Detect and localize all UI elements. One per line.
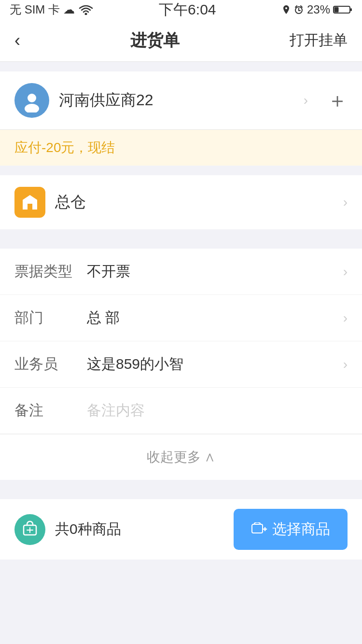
salesperson-value: 这是859的小智	[82, 354, 343, 374]
remark-label: 备注	[14, 401, 82, 420]
mid-divider-1	[0, 166, 362, 175]
page-title: 进货单	[130, 29, 180, 52]
salesperson-chevron-icon: ›	[343, 357, 348, 372]
battery-text: 23%	[307, 3, 330, 16]
svg-point-10	[28, 94, 36, 102]
invoice-type-value: 不开票	[82, 262, 343, 281]
mid-divider-2	[0, 229, 362, 239]
select-product-label: 选择商品	[272, 519, 330, 539]
no-sim-text: 无 SIM 卡 ☁	[10, 2, 75, 17]
select-product-button[interactable]: 选择商品	[234, 509, 348, 550]
supplier-chevron-icon: ›	[304, 93, 308, 108]
battery-icon	[333, 5, 352, 14]
salesperson-label: 业务员	[14, 354, 82, 374]
invoice-type-row[interactable]: 票据类型 不开票 ›	[0, 249, 362, 295]
invoice-type-label: 票据类型	[14, 262, 82, 281]
notice-banner: 应付-20元，现结	[0, 130, 362, 166]
supplier-avatar	[14, 83, 49, 118]
svg-point-0	[84, 13, 87, 15]
alarm-icon	[293, 4, 304, 15]
invoice-type-chevron-icon: ›	[343, 264, 348, 280]
back-button[interactable]: ‹	[14, 30, 20, 51]
department-value: 总 部	[82, 308, 343, 328]
svg-rect-15	[252, 524, 263, 533]
salesperson-row[interactable]: 业务员 这是859的小智 ›	[0, 341, 362, 388]
warehouse-row[interactable]: 总仓 ›	[0, 175, 362, 229]
product-count-text: 共0种商品	[55, 519, 234, 539]
remark-row[interactable]: 备注 备注内容	[0, 388, 362, 434]
supplier-name: 河南供应商22	[59, 90, 304, 111]
supplier-row[interactable]: 河南供应商22 › ＋	[0, 71, 362, 130]
status-bar: 无 SIM 卡 ☁ 下午6:04	[0, 0, 362, 19]
department-label: 部门	[14, 308, 82, 328]
product-count-icon	[14, 514, 45, 545]
location-icon	[282, 4, 291, 15]
department-chevron-icon: ›	[343, 310, 348, 326]
collapse-button[interactable]: 收起更多 ∧	[0, 434, 362, 480]
status-left: 无 SIM 卡 ☁	[10, 2, 93, 17]
bottom-content-area	[0, 560, 362, 644]
svg-rect-8	[334, 7, 338, 13]
wifi-icon	[79, 4, 93, 15]
open-pending-button[interactable]: 打开挂单	[290, 30, 348, 50]
top-divider	[0, 62, 362, 71]
department-row[interactable]: 部门 总 部 ›	[0, 295, 362, 341]
warehouse-name: 总仓	[55, 192, 343, 213]
svg-rect-7	[350, 8, 352, 11]
form-section: 票据类型 不开票 › 部门 总 部 › 业务员 这是859的小智 › 备注 备注…	[0, 249, 362, 480]
remark-input[interactable]: 备注内容	[82, 401, 348, 420]
status-right: 23%	[282, 3, 352, 16]
bottom-bar: 共0种商品 选择商品	[0, 499, 362, 560]
mid-divider-3	[0, 480, 362, 490]
warehouse-icon	[14, 187, 45, 218]
supplier-section: 河南供应商22 › ＋ 应付-20元，现结	[0, 71, 362, 166]
status-time: 下午6:04	[159, 0, 216, 20]
warehouse-section: 总仓 ›	[0, 175, 362, 229]
add-supplier-button[interactable]: ＋	[327, 87, 348, 114]
warehouse-chevron-icon: ›	[343, 195, 348, 210]
nav-bar: ‹ 进货单 打开挂单	[0, 19, 362, 62]
